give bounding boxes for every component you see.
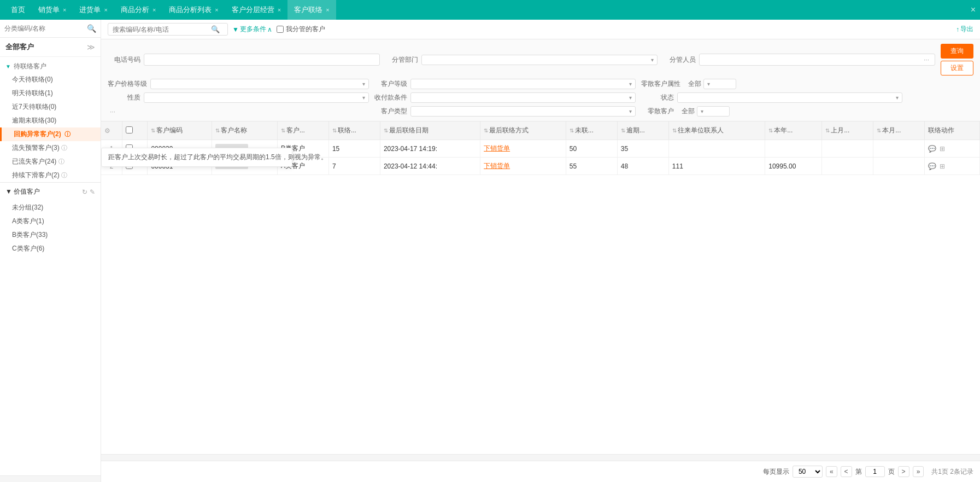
my-customers-checkbox[interactable]: [277, 26, 284, 33]
nav-close-customer-tier[interactable]: ×: [278, 7, 281, 13]
sidebar-item-ungroup[interactable]: 未分组(32): [0, 201, 101, 214]
per-page-select[interactable]: 50 100 200: [793, 466, 823, 478]
manager-dots[interactable]: ···: [922, 56, 931, 63]
nav-close-sales[interactable]: ×: [63, 7, 66, 13]
row-1-method-link[interactable]: 下销货单: [484, 144, 510, 152]
row-1-chat-icon[interactable]: 💬: [928, 145, 936, 153]
filter-manager-select[interactable]: ···: [699, 54, 935, 66]
settings-icon[interactable]: ⚙: [104, 127, 110, 135]
filter-cust-type-label: 客户类型: [374, 107, 407, 116]
nav-close-customer-contact[interactable]: ×: [326, 7, 329, 13]
prev-page-btn[interactable]: <: [841, 466, 852, 477]
retail-cust-arrow: ▾: [701, 108, 703, 114]
filter-retail-cust-select[interactable]: ▾: [697, 106, 730, 117]
settings-btn[interactable]: 设置: [941, 61, 973, 76]
filter-more-dots[interactable]: ···: [108, 108, 118, 115]
sidebar-item-overdue[interactable]: 逾期未联络(30): [0, 114, 101, 127]
sidebar-item-7days[interactable]: 近7天待联络(0): [0, 100, 101, 114]
export-btn[interactable]: ↑ 导出: [956, 25, 973, 34]
select-all-checkbox[interactable]: [126, 126, 133, 133]
query-btn[interactable]: 查询: [941, 44, 973, 59]
sidebar-item-lost[interactable]: 已流失客户(24) ⓘ: [0, 155, 101, 169]
filter-payment-field: 收付款条件 ▾: [374, 92, 636, 103]
filter-cust-type-select[interactable]: ▾: [410, 106, 636, 117]
row-1-more-icon[interactable]: ⊞: [940, 145, 945, 153]
last-page-btn[interactable]: »: [913, 466, 924, 477]
row-2-chat-icon[interactable]: 💬: [928, 162, 936, 170]
nav-close-purchase[interactable]: ×: [104, 7, 107, 13]
sidebar: 🔍 全部客户 ≫ ▼ 待联络客户 今天待联络(0) 明天待联络(1) 近7天待联…: [0, 20, 101, 482]
filter-manager-field: 分管人员 ···: [663, 54, 935, 66]
sort-this-year-icon[interactable]: ⇅: [768, 127, 773, 133]
sidebar-item-classB[interactable]: B类客户(33): [0, 228, 101, 242]
sort-level-icon[interactable]: ⇅: [281, 127, 285, 133]
value-customer-icons: ↻ ✎: [82, 188, 95, 196]
row-2-method-link[interactable]: 下销货单: [484, 162, 510, 170]
edit-icon[interactable]: ✎: [90, 188, 95, 196]
nav-item-analysis-list[interactable]: 商品分析列表 ×: [162, 0, 225, 20]
sidebar-item-lost-warning[interactable]: 流失预警客户(3) ⓘ: [0, 141, 101, 155]
page-number-input[interactable]: [865, 466, 885, 477]
main-search-icon[interactable]: 🔍: [211, 25, 220, 33]
main-search-input[interactable]: [113, 26, 211, 33]
sidebar-collapse-btn[interactable]: ≫: [87, 43, 95, 51]
sort-overdue-icon[interactable]: ⇅: [621, 127, 625, 133]
first-page-btn[interactable]: «: [826, 466, 837, 477]
refresh-icon[interactable]: ↻: [82, 188, 87, 196]
row-2-overdue: 48: [617, 158, 668, 175]
nav-item-customer-contact[interactable]: 客户联络 ×: [287, 0, 336, 20]
sort-code-icon[interactable]: ⇅: [151, 127, 155, 133]
sidebar-item-classC[interactable]: C类客户(6): [0, 242, 101, 255]
next-page-btn[interactable]: >: [898, 466, 909, 477]
nav-item-sales[interactable]: 销货单 ×: [32, 0, 73, 20]
sidebar-item-classA[interactable]: A类客户(1): [0, 214, 101, 228]
nav-item-home[interactable]: 首页: [4, 0, 32, 20]
tree-group-pending[interactable]: ▼ 待联络客户: [0, 59, 101, 73]
filter-dept-select[interactable]: ▾: [421, 55, 658, 65]
content-area: 距客户上次交易时长，超过了此客户的平均交易周期的1.5倍，则视为异常。 🔍 ▼ …: [101, 20, 980, 482]
row-2-this-year: 10995.00: [765, 158, 822, 175]
filter-retail-attr-select[interactable]: ▾: [703, 79, 736, 89]
filter-phone-input[interactable]: [144, 54, 380, 66]
filter-status-field: 状态 ▾: [641, 92, 902, 103]
payment-arrow: ▾: [629, 95, 632, 101]
filter-status-select[interactable]: ▾: [677, 92, 902, 103]
sidebar-search-icon[interactable]: 🔍: [87, 24, 96, 33]
sort-contacts-icon[interactable]: ⇅: [672, 127, 677, 133]
row-1-last-method: 下销货单: [480, 140, 566, 158]
filter-price-level-select[interactable]: ▾: [150, 79, 369, 89]
sort-no-contact-icon[interactable]: ⇅: [570, 127, 574, 133]
nav-item-purchase[interactable]: 进货单 ×: [73, 0, 114, 20]
filter-nature-select[interactable]: ▾: [144, 92, 369, 103]
filter-cust-level-select[interactable]: ▾: [410, 79, 636, 89]
filter-payment-select[interactable]: ▾: [410, 92, 636, 103]
window-close-btn[interactable]: ×: [971, 5, 976, 15]
sort-last-date-icon[interactable]: ⇅: [384, 127, 388, 133]
nav-close-analysis-list[interactable]: ×: [215, 7, 218, 13]
page-suffix: 页: [888, 467, 895, 477]
value-customer-label: ▼ 价值客户: [5, 187, 82, 196]
sort-name-icon[interactable]: ⇅: [215, 127, 220, 133]
sidebar-search-input[interactable]: [4, 25, 87, 32]
data-table-area: ⚙ ⇅客户编码 ⇅客户名称 ⇅客户... ⇅联络... ⇅最后联络日期 ⇅最后联…: [101, 121, 980, 454]
horizontal-scrollbar[interactable]: [101, 454, 980, 461]
sidebar-item-declining[interactable]: 持续下滑客户(2) ⓘ: [0, 169, 101, 182]
sidebar-item-today[interactable]: 今天待联络(0): [0, 73, 101, 86]
sort-last-method-icon[interactable]: ⇅: [484, 127, 488, 133]
sidebar-item-repurchase-abnormal[interactable]: 回购异常客户(2) ⓘ: [0, 127, 101, 141]
filter-cust-type-field: 客户类型 ▾: [374, 106, 636, 117]
more-conditions-btn[interactable]: ▼ 更多条件 ∧: [232, 25, 272, 34]
row-2-more-icon[interactable]: ⊞: [940, 162, 945, 170]
sidebar-tree: ▼ 待联络客户 今天待联络(0) 明天待联络(1) 近7天待联络(0) 逾期未联…: [0, 57, 101, 475]
nav-item-analysis[interactable]: 商品分析 ×: [114, 0, 162, 20]
row-1-last-date: 2023-04-17 14:19:: [380, 140, 480, 158]
sort-last-month-icon[interactable]: ⇅: [825, 127, 830, 133]
sort-contact-icon[interactable]: ⇅: [332, 127, 337, 133]
col-no-contact: ⇅未联...: [566, 121, 617, 140]
sort-this-month-icon[interactable]: ⇅: [877, 127, 881, 133]
all-customers-label: 全部客户: [5, 42, 34, 52]
nav-close-analysis[interactable]: ×: [152, 7, 156, 13]
nature-arrow: ▾: [362, 95, 365, 101]
nav-item-customer-tier[interactable]: 客户分层经营 ×: [225, 0, 287, 20]
sidebar-item-tomorrow[interactable]: 明天待联络(1): [0, 86, 101, 100]
